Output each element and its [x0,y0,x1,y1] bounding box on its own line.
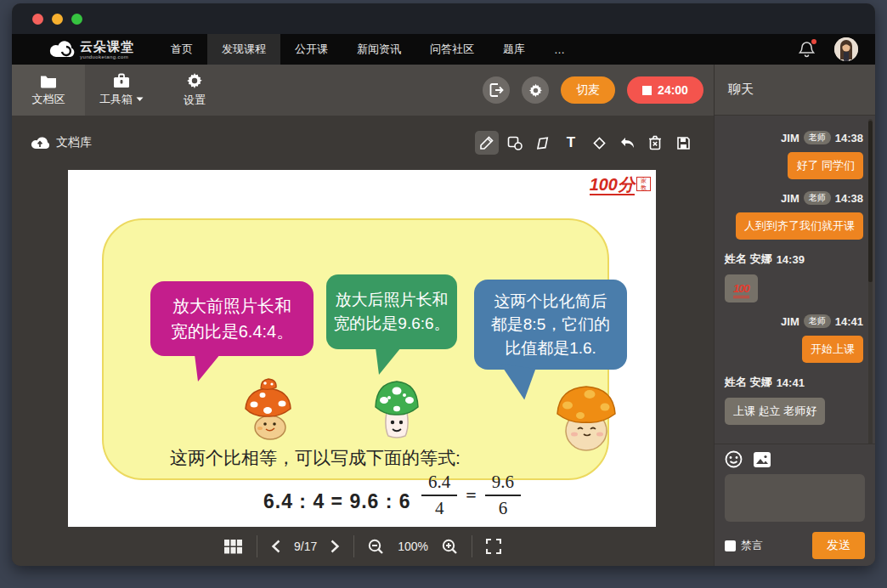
fraction-left: 6.4 4 [421,472,457,519]
highlighter-tool-button[interactable] [531,131,555,155]
eraser-tool-button[interactable] [587,131,611,155]
top-nav: 云朵课堂 yunduoketang.com 首页 发现课程 公开课 新闻资讯 问… [12,34,875,65]
exit-classroom-button[interactable] [483,76,510,104]
document-panel: 文档区 工具箱 [12,65,714,566]
nav-item-home[interactable]: 首页 [156,34,207,65]
zoom-out-icon [368,539,384,555]
chevron-down-icon [136,97,144,102]
message-bubble: 100 [725,274,758,302]
annotation-toolbar: T [475,131,695,155]
nav-item-news[interactable]: 新闻资讯 [342,34,415,65]
nav-item-qa-community[interactable]: 问答社区 [415,34,489,65]
nav-item-question-bank[interactable]: 题库 [489,34,540,65]
publisher-logo-text: 100分 [590,175,635,195]
chat-header: 聊天 [715,65,875,116]
save-button[interactable] [671,131,695,155]
chat-toolbar [715,444,875,474]
thumbnail-grid-button[interactable] [224,540,243,554]
desktop: 云朵课堂 yunduoketang.com 首页 发现课程 公开课 新闻资讯 问… [0,0,887,588]
message-bubble: 人到到齐了我们就开课 [736,212,863,240]
tab-label: 工具箱 [99,92,133,107]
document-library-button[interactable]: 文档库 [31,135,92,150]
text-tool-button[interactable]: T [559,131,583,155]
undo-icon [619,136,636,150]
chat-input-area [715,474,875,525]
divider [472,535,472,557]
nav-item-more[interactable]: … [540,34,579,65]
zoom-in-button[interactable] [442,539,458,555]
message-bubble: 好了 同学们 [788,152,863,179]
speech-bubble-before: 放大前照片长和 宽的比是6.4:4。 [150,281,314,356]
classroom-toolbar: 文档区 工具箱 [12,65,714,116]
chat-message-input[interactable] [725,474,865,522]
undo-button[interactable] [615,131,639,155]
mushroom-character-green [372,376,421,441]
speech-bubble-after: 放大后照片长和 宽的比是9.6:6。 [326,274,457,349]
emoji-icon[interactable] [725,450,743,468]
shapes-tool-button[interactable] [503,131,527,155]
stop-icon [642,86,652,95]
save-floppy-icon [676,136,691,150]
folder-icon [40,74,57,88]
tab-label: 文档区 [32,92,65,107]
mute-label: 禁言 [741,538,763,553]
sender-name: JIM [781,192,799,205]
image-icon[interactable] [753,451,771,468]
mute-toggle[interactable]: 禁言 [725,538,763,553]
teacher-badge: 老师 [804,131,831,144]
toolbox-icon [113,73,130,88]
whiteboard-area: 100分 家 教 放大前照片长和 宽的比是6.4:4。 放大后照片长和 宽的比是… [12,170,714,527]
nav-item-discover-courses[interactable]: 发现课程 [207,34,280,65]
message-time: 14:39 [777,253,805,266]
settings-button[interactable] [522,76,549,104]
gear-icon [186,72,203,89]
next-page-button[interactable] [331,540,340,553]
teacher-badge: 老师 [804,314,831,328]
tab-document-area[interactable]: 文档区 [12,65,85,116]
prev-page-button[interactable] [271,540,280,553]
slide-yellow-panel: 放大前照片长和 宽的比是6.4:4。 放大后照片长和 宽的比是9.6:6。 这两… [102,218,609,480]
chevron-left-icon [271,540,280,553]
slide-equation: 6.4 : 4 = 9.6 : 6 [263,490,411,513]
slide-canvas[interactable]: 100分 家 教 放大前照片长和 宽的比是6.4:4。 放大后照片长和 宽的比是… [68,170,656,527]
brand-title: 云朵课堂 [80,40,134,53]
timer-value: 24:00 [658,83,688,97]
fullscreen-button[interactable] [486,539,501,554]
notification-bell-icon[interactable] [799,41,816,58]
page-controls: 9/17 [12,527,714,566]
chat-message: JIM 老师 14:38 好了 同学们 [725,131,863,179]
maximize-window-button[interactable] [71,14,82,25]
eraser-strip-icon [535,137,551,150]
chat-panel: 聊天 JIM 老师 14:38 好了 同学们 JIM [714,65,875,566]
cloud-logo-icon [49,40,75,59]
tab-toolbox[interactable]: 工具箱 [85,65,158,116]
pen-icon [479,135,494,150]
nav-item-open-class[interactable]: 公开课 [280,34,342,65]
message-bubble: 开始上课 [802,336,863,363]
message-time: 14:38 [835,132,863,144]
chat-footer: 禁言 发送 [715,525,875,566]
chat-scrollbar-thumb[interactable] [868,121,873,282]
grid-icon [224,540,243,554]
app-window: 云朵课堂 yunduoketang.com 首页 发现课程 公开课 新闻资讯 问… [12,3,875,566]
teacher-badge: 老师 [804,191,831,205]
minimize-window-button[interactable] [52,14,63,25]
pen-tool-button[interactable] [475,131,499,155]
trash-x-icon [648,135,662,150]
diamond-eraser-icon [592,136,607,150]
tab-settings[interactable]: 设置 [158,65,231,116]
switch-mic-button[interactable]: 切麦 [561,76,615,104]
equals-sign: = [466,484,477,506]
brand-logo[interactable]: 云朵课堂 yunduoketang.com [49,34,134,65]
chat-message: 姓名 安娜 14:41 上课 起立 老师好 [725,375,863,425]
close-window-button[interactable] [32,14,43,25]
mute-checkbox[interactable] [725,540,736,551]
clear-annotations-button[interactable] [643,131,667,155]
cloud-upload-icon [31,136,49,150]
user-avatar[interactable] [834,37,858,61]
class-timer-button[interactable]: 24:00 [627,76,703,104]
zoom-out-button[interactable] [368,539,384,555]
chat-message: JIM 老师 14:41 开始上课 [725,314,863,363]
send-button[interactable]: 发送 [812,532,865,559]
document-library-label: 文档库 [56,135,92,150]
